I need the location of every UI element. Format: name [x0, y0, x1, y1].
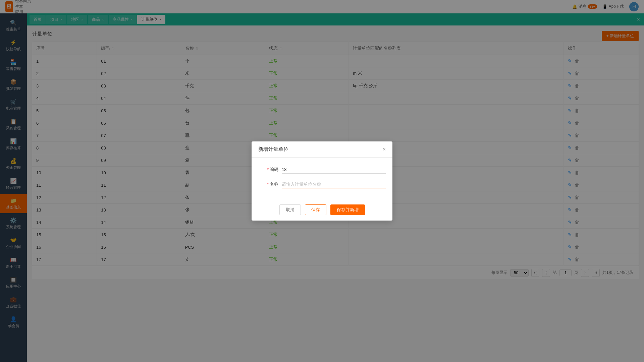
modal-footer: 取消 保存 保存并新增 — [252, 200, 392, 221]
name-input[interactable] — [282, 180, 386, 188]
name-label: *名称 — [258, 181, 278, 187]
modal-header: 新增计量单位 × — [252, 141, 392, 158]
code-input[interactable] — [282, 166, 386, 174]
save-button[interactable]: 保存 — [305, 204, 326, 215]
required-mark: * — [267, 167, 269, 172]
modal-close-btn[interactable]: × — [383, 146, 386, 153]
add-modal: 新增计量单位 × *编码 *名称 取消 保存 保存并新增 — [252, 141, 392, 221]
modal-title: 新增计量单位 — [258, 146, 288, 153]
form-row-name: *名称 — [258, 180, 386, 188]
cancel-button[interactable]: 取消 — [279, 204, 301, 215]
modal-body: *编码 *名称 — [252, 158, 392, 200]
form-row-code: *编码 — [258, 166, 386, 174]
code-label: *编码 — [258, 167, 278, 173]
save-add-button[interactable]: 保存并新增 — [330, 204, 365, 215]
required-mark2: * — [267, 182, 269, 187]
